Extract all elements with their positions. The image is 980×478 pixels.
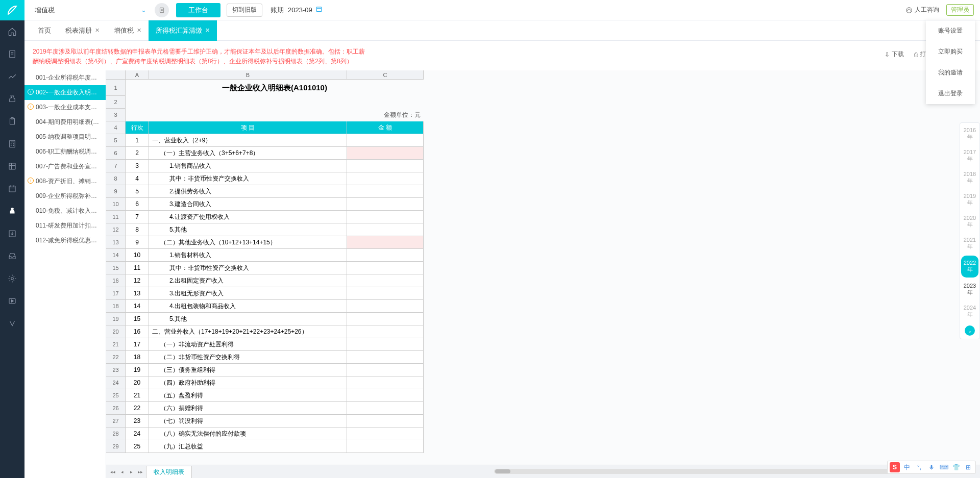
- row-amount[interactable]: [347, 402, 424, 415]
- row-header[interactable]: 9: [106, 185, 126, 198]
- row-header[interactable]: 8: [106, 172, 126, 185]
- row-header[interactable]: 24: [106, 376, 126, 389]
- workbench-button[interactable]: 工作台: [176, 3, 220, 17]
- tab-首页[interactable]: 首页: [31, 20, 58, 41]
- calendar-icon[interactable]: [315, 6, 323, 15]
- year-item[interactable]: 2017年: [960, 145, 979, 167]
- ime-keyboard-icon[interactable]: ⌨: [939, 462, 949, 472]
- row-amount[interactable]: [347, 376, 424, 389]
- tab-close-icon[interactable]: ✕: [205, 27, 210, 34]
- dropdown-item[interactable]: 退出登录: [926, 83, 975, 104]
- ime-skin-icon[interactable]: 👕: [951, 462, 961, 472]
- company-selector[interactable]: 增值税 ⌄: [31, 3, 151, 17]
- row-amount[interactable]: [347, 325, 424, 338]
- form-item[interactable]: !002-一般企业收入明细表(A1...: [24, 85, 106, 100]
- row-amount[interactable]: [347, 211, 424, 223]
- form-item[interactable]: !008-资产折旧、摊销及纳税...: [24, 174, 106, 189]
- sheet-nav-last-icon[interactable]: ▸▸: [137, 468, 144, 475]
- row-header[interactable]: 27: [106, 415, 126, 427]
- row-amount[interactable]: [347, 172, 424, 185]
- nav-chart-icon[interactable]: [0, 65, 24, 88]
- tab-所得税汇算清缴[interactable]: 所得税汇算清缴✕: [149, 20, 217, 41]
- year-item[interactable]: 2022年: [961, 256, 978, 278]
- row-header[interactable]: 15: [106, 262, 126, 274]
- ime-grid-icon[interactable]: ⊞: [963, 462, 973, 472]
- row-header[interactable]: 7: [106, 160, 126, 172]
- row-amount[interactable]: [347, 223, 424, 236]
- ime-lang-icon[interactable]: 中: [902, 462, 912, 472]
- row-amount[interactable]: [347, 185, 424, 198]
- nav-clipboard-icon[interactable]: [0, 110, 24, 133]
- row-header[interactable]: 13: [106, 236, 126, 249]
- nav-settings-icon[interactable]: [0, 267, 24, 290]
- col-header[interactable]: A: [126, 70, 149, 80]
- col-header[interactable]: C: [347, 70, 424, 80]
- row-header[interactable]: 2: [106, 96, 126, 109]
- year-more-icon[interactable]: ⌄: [965, 325, 975, 336]
- row-header[interactable]: 22: [106, 351, 126, 364]
- form-item[interactable]: 011-研发费用加计扣除优惠...: [24, 218, 106, 233]
- year-item[interactable]: 2019年: [960, 189, 979, 211]
- year-item[interactable]: 2024年: [960, 300, 979, 322]
- sheet-tab[interactable]: 收入明细表: [146, 466, 192, 478]
- row-amount[interactable]: [347, 249, 424, 262]
- tab-close-icon[interactable]: ✕: [137, 27, 141, 34]
- admin-button[interactable]: 管理员: [946, 4, 974, 16]
- sheet-nav-first-icon[interactable]: ◂◂: [109, 468, 116, 475]
- row-header[interactable]: 21: [106, 338, 126, 351]
- row-amount[interactable]: [347, 236, 424, 249]
- year-item[interactable]: 2016年: [960, 123, 979, 145]
- row-header[interactable]: 19: [106, 313, 126, 325]
- ime-mic-icon[interactable]: [926, 462, 937, 472]
- row-amount[interactable]: [347, 287, 424, 300]
- row-amount[interactable]: [347, 262, 424, 274]
- form-item[interactable]: 001-企业所得税年度纳税申...: [24, 70, 106, 85]
- row-header[interactable]: 3: [106, 109, 126, 121]
- nav-video-icon[interactable]: [0, 290, 24, 312]
- row-header[interactable]: 12: [106, 223, 126, 236]
- tab-增值税[interactable]: 增值税✕: [107, 20, 149, 41]
- consult-link[interactable]: 人工咨询: [905, 6, 939, 14]
- form-item[interactable]: 009-企业所得税弥补亏损明...: [24, 189, 106, 204]
- row-header[interactable]: 10: [106, 198, 126, 211]
- row-header[interactable]: 25: [106, 389, 126, 402]
- form-item[interactable]: 012-减免所得税优惠明细表(...: [24, 233, 106, 248]
- row-header[interactable]: 23: [106, 364, 126, 376]
- row-header[interactable]: 18: [106, 300, 126, 313]
- nav-calc-icon[interactable]: [0, 133, 24, 155]
- row-amount[interactable]: [347, 351, 424, 364]
- col-header[interactable]: B: [149, 70, 347, 80]
- ime-brand-icon[interactable]: S: [890, 462, 900, 472]
- row-header[interactable]: 16: [106, 274, 126, 287]
- row-header[interactable]: 1: [106, 80, 126, 96]
- tab-税表清册[interactable]: 税表清册✕: [58, 20, 107, 41]
- sheet-nav-prev-icon[interactable]: ◂: [118, 468, 126, 475]
- nav-form-icon[interactable]: [0, 155, 24, 178]
- form-item[interactable]: 006-职工薪酬纳税调整明细...: [24, 144, 106, 159]
- row-amount[interactable]: [347, 427, 424, 440]
- nav-doc-icon[interactable]: [0, 43, 24, 65]
- row-amount[interactable]: [347, 364, 424, 376]
- row-header[interactable]: 6: [106, 147, 126, 160]
- year-item[interactable]: 2023年: [960, 279, 979, 300]
- row-header[interactable]: 20: [106, 325, 126, 338]
- nav-money-icon[interactable]: [0, 88, 24, 110]
- year-item[interactable]: 2018年: [960, 167, 979, 189]
- dropdown-item[interactable]: 我的邀请: [926, 62, 975, 83]
- row-amount[interactable]: [347, 338, 424, 351]
- form-item[interactable]: 005-纳税调整项目明细表(A1...: [24, 130, 106, 144]
- download-button[interactable]: ⇩ 下载: [885, 50, 904, 59]
- dropdown-item[interactable]: 立即购买: [926, 41, 975, 62]
- row-amount[interactable]: [347, 198, 424, 211]
- row-header[interactable]: 14: [106, 249, 126, 262]
- nav-date-icon[interactable]: [0, 178, 24, 200]
- form-item[interactable]: 004-期间费用明细表(A1040...: [24, 115, 106, 130]
- period-value[interactable]: 2023-09: [288, 6, 312, 14]
- nav-archive-icon[interactable]: [0, 222, 24, 245]
- sheet-grid[interactable]: ABC1234567891011121314151617181920212223…: [106, 70, 980, 465]
- form-item[interactable]: 007-广告费和业务宣传费跨...: [24, 159, 106, 174]
- ime-toolbar[interactable]: S 中 °, ⌨ 👕 ⊞: [887, 461, 976, 474]
- year-item[interactable]: 2021年: [960, 233, 979, 255]
- row-amount[interactable]: [347, 440, 424, 453]
- row-amount[interactable]: [347, 147, 424, 160]
